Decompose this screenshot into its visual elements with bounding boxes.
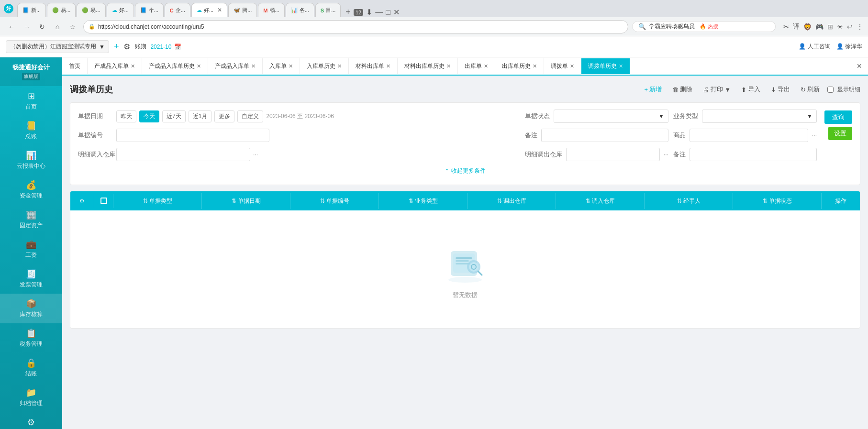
page-tab-2[interactable]: 产成品入库单历史 ✕ [142,58,208,74]
browser-tab-10[interactable]: 📊 各... [286,3,314,17]
browser-tab-11[interactable]: S 目... [315,3,341,17]
page-tab-6[interactable]: 材料出库单 ✕ [349,58,398,74]
period-value[interactable]: 2021-10 [150,44,171,50]
sidebar-item-funds[interactable]: 💰资金管理 [0,175,62,205]
sidebar-item-closing[interactable]: 🔒结账 [0,353,62,383]
close-tab-1[interactable]: ✕ [131,63,135,69]
new-btn[interactable]: + 新增 [642,83,665,96]
collapse-btn[interactable]: ⌃ 收起更多条件 [78,164,852,178]
close-tab-3[interactable]: ✕ [251,63,256,69]
star-btn[interactable]: ☆ [66,20,79,33]
close-tab-8[interactable]: ✕ [484,63,488,69]
page-tab-11-active[interactable]: 调拨单历史 ✕ [581,58,630,74]
query-btn[interactable]: 查询 [824,110,852,124]
extension-1-icon[interactable]: 🦁 [803,23,812,31]
page-tab-4[interactable]: 入库单 ✕ [263,58,300,74]
browser-tab-8[interactable]: 🦋 腾... [228,3,257,17]
grid-icon[interactable]: ⊞ [827,23,833,31]
th-doc-date[interactable]: ⇅ 单据日期 [202,193,290,209]
minimize-btn[interactable]: — [375,8,383,17]
detail-remark-input[interactable] [690,148,817,161]
th-biz-type[interactable]: ⇅ 业务类型 [379,193,467,209]
date-yesterday-btn[interactable]: 昨天 [116,110,136,122]
th-settings[interactable]: ⚙ [70,194,94,208]
close-btn[interactable]: ✕ [393,8,400,17]
add-company-btn[interactable]: + [114,42,119,52]
close-tab-11[interactable]: ✕ [619,63,623,69]
company-selector[interactable]: （勿删勿禁用）江西服宝测试专用 ▼ [6,40,109,53]
out-warehouse-more-icon[interactable]: ··· [664,151,668,158]
th-doc-type[interactable]: ⇅ 单据类型 [113,193,202,209]
in-warehouse-input[interactable] [116,148,250,161]
home-btn[interactable]: ⌂ [51,20,64,33]
delete-btn[interactable]: 🗑 删除 [669,83,695,96]
status-select[interactable]: ▼ [554,110,668,123]
page-tab-10[interactable]: 调拨单 ✕ [544,58,581,74]
goods-more-icon[interactable]: ··· [812,132,817,139]
brightness-icon[interactable]: ☀ [837,23,843,31]
close-tab-2[interactable]: ✕ [197,63,201,69]
calendar-icon[interactable]: 📅 [174,44,181,50]
date-7days-btn[interactable]: 近7天 [162,110,186,122]
th-doc-number[interactable]: ⇅ 单据编号 [290,193,379,209]
sidebar-item-fixed-assets[interactable]: 🏢固定资产 [0,205,62,234]
close-tab-10[interactable]: ✕ [570,63,574,69]
forward-btn[interactable]: → [20,20,33,33]
page-tab-9[interactable]: 出库单历史 ✕ [495,58,544,74]
sidebar-item-inventory[interactable]: 📦库存核算 [0,294,62,323]
downloads-icon[interactable]: ⬇ [366,8,372,17]
date-more-btn[interactable]: 更多 [214,110,234,122]
scissors-icon[interactable]: ✂ [783,23,789,31]
close-tab-9[interactable]: ✕ [533,63,537,69]
doc-number-input[interactable] [116,129,269,142]
browser-tab-4[interactable]: ☁ 好... [107,3,134,17]
sidebar-item-reports[interactable]: 📊云报表中心 [0,145,62,175]
goods-input[interactable] [690,129,808,142]
browser-tab-1[interactable]: 📘 新... [17,3,46,17]
print-btn[interactable]: 🖨 打印 ▼ [700,83,734,96]
new-tab-btn[interactable]: + [345,7,351,17]
th-checkbox[interactable] [94,194,113,208]
support-link[interactable]: 👤 人工咨询 [799,43,830,51]
sidebar-item-ledger[interactable]: 📒总账 [0,116,62,145]
import-btn[interactable]: ⬆ 导入 [738,83,763,96]
browser-tab-6[interactable]: C 企... [165,3,190,17]
sidebar-item-invoices[interactable]: 🧾发票管理 [0,264,62,294]
date-today-btn[interactable]: 今天 [139,110,159,122]
menu-icon[interactable]: ⋮ [857,23,863,31]
back-btn[interactable]: ← [5,20,18,33]
in-warehouse-more-icon[interactable]: ··· [253,151,258,158]
sidebar-item-settings[interactable]: ⚙基础设置 [0,412,62,429]
sidebar-item-tax[interactable]: 📋税务管理 [0,323,62,353]
th-doc-status[interactable]: ⇅ 单据状态 [733,193,822,209]
page-tab-1[interactable]: 产成品入库单 ✕ [88,58,142,74]
page-tab-5[interactable]: 入库单历史 ✕ [300,58,349,74]
setting-btn[interactable]: 设置 [828,127,852,140]
settings-gear-icon[interactable]: ⚙ [123,42,130,51]
th-out-warehouse[interactable]: ⇅ 调出仓库 [467,193,556,209]
address-bar[interactable]: 🔒 https://cloud.chanjet.com/accounting/u… [83,20,628,33]
remark-input[interactable] [541,129,668,142]
out-warehouse-input[interactable] [566,148,660,161]
th-in-warehouse[interactable]: ⇅ 调入仓库 [556,193,645,209]
display-checkbox[interactable] [827,87,834,93]
browser-tab-2[interactable]: 🟢 易... [47,3,76,17]
close-tab-5[interactable]: ✕ [337,63,342,69]
page-tab-3[interactable]: 产成品入库单 ✕ [208,58,263,74]
translate-icon[interactable]: 译 [793,22,800,31]
export-btn[interactable]: ⬇ 导出 [768,83,793,96]
browser-tab-5[interactable]: 📘 个... [135,3,164,17]
sidebar-item-archives[interactable]: 📁归档管理 [0,383,62,412]
refresh-btn[interactable]: ↻ [35,20,49,33]
user-avatar[interactable]: 👤 徐泽华 [836,43,862,51]
close-tab-4[interactable]: ✕ [289,63,293,69]
sidebar-item-home[interactable]: ⊞首页 [0,86,62,116]
display-toggle[interactable]: 显示明细 [827,86,860,94]
refresh-btn[interactable]: ↻ 刷新 [798,83,823,96]
biz-type-select[interactable]: ▼ [702,110,817,123]
header-checkbox[interactable] [100,198,107,204]
browser-tab-9[interactable]: M 畅... [258,3,284,17]
sidebar-item-salary[interactable]: 💼工资 [0,234,62,264]
page-tab-8[interactable]: 出库单 ✕ [458,58,495,74]
search-area[interactable]: 🔍 学霸应聘场驱鸟员 🔥 热搜 [632,21,776,32]
